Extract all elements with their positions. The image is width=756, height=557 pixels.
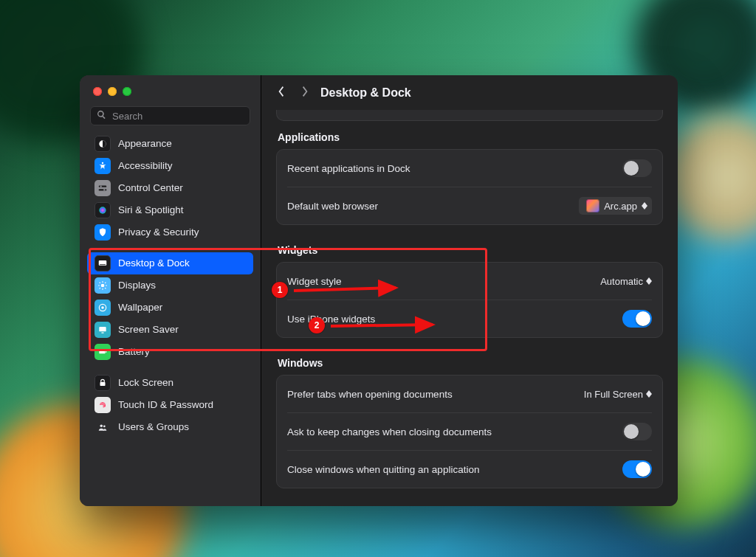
svg-point-26 (103, 425, 106, 427)
wallpaper-icon (94, 300, 111, 316)
sidebar-item-control-center[interactable]: Control Center (87, 177, 253, 199)
sidebar-item-touch-id-password[interactable]: Touch ID & Password (87, 394, 253, 416)
displays-icon (94, 277, 111, 294)
window-controls (80, 75, 261, 103)
svg-rect-24 (100, 382, 106, 386)
svg-rect-3 (99, 189, 107, 190)
sidebar-item-label: Desktop & Dock (118, 258, 190, 269)
widget-style-popup[interactable]: Automatic (600, 276, 652, 287)
use-iphone-widgets-toggle[interactable] (622, 310, 652, 328)
row-label: Ask to keep changes when closing documen… (287, 426, 615, 437)
sidebar-item-users-groups[interactable]: Users & Groups (87, 416, 253, 438)
sidebar-item-label: Control Center (118, 183, 183, 193)
search-field[interactable] (90, 106, 250, 125)
chevron-updown-icon (642, 202, 647, 210)
titlebar: Desktop & Dock (261, 75, 678, 107)
popup-value: In Full Screen (584, 389, 643, 400)
svg-point-25 (100, 425, 103, 428)
windows-group: Prefer tabs when opening documents In Fu… (276, 375, 663, 488)
close-window-button[interactable] (93, 87, 102, 96)
row-close-windows-quit: Close windows when quitting an applicati… (287, 450, 652, 488)
privacy-icon (94, 224, 111, 241)
chevron-updown-icon (646, 277, 652, 285)
fullscreen-window-button[interactable] (123, 87, 131, 96)
applications-group: Recent applications in Dock Default web … (276, 149, 663, 225)
sidebar-item-label: Siri & Spotlight (118, 205, 184, 215)
svg-rect-20 (99, 327, 106, 331)
sidebar-item-label: Lock Screen (118, 378, 173, 388)
row-widget-style: Widget style Automatic (287, 263, 652, 300)
lock-screen-icon (94, 375, 111, 391)
sidebar-item-label: Appearance (118, 139, 172, 149)
sidebar-item-wallpaper[interactable]: Wallpaper (87, 297, 253, 319)
row-prefer-tabs: Prefer tabs when opening documents In Fu… (287, 376, 652, 412)
svg-line-15 (105, 288, 106, 288)
search-icon (97, 110, 111, 122)
search-input[interactable] (111, 110, 244, 122)
sidebar-item-desktop-dock[interactable]: Desktop & Dock (87, 252, 253, 274)
desktop-dock-icon (94, 255, 111, 271)
partial-group-above (276, 110, 663, 121)
sidebar-item-label: Wallpaper (118, 302, 162, 313)
siri-icon (94, 202, 111, 218)
sidebar-item-label: Displays (118, 280, 156, 291)
svg-point-4 (100, 186, 102, 187)
settings-content: Desktop & Dock Applications Recent appli… (261, 75, 678, 506)
nav-back-button[interactable] (276, 86, 286, 100)
svg-point-6 (99, 207, 106, 213)
svg-rect-23 (106, 351, 106, 353)
accessibility-icon (94, 158, 111, 174)
control-center-icon (94, 180, 111, 196)
popup-value: Arc.app (604, 201, 637, 212)
row-label: Widget style (287, 276, 593, 287)
row-label: Prefer tabs when opening documents (287, 389, 577, 400)
popup-value: Automatic (600, 276, 643, 287)
minimize-window-button[interactable] (108, 87, 117, 96)
svg-line-14 (100, 283, 100, 283)
chevron-updown-icon (646, 390, 652, 398)
row-recent-apps: Recent applications in Dock (287, 150, 652, 187)
sidebar-item-displays[interactable]: Displays (87, 274, 253, 297)
sidebar: Appearance Accessibility Control Center (80, 75, 261, 506)
sidebar-item-accessibility[interactable]: Accessibility (87, 155, 253, 177)
battery-icon (94, 344, 111, 360)
sidebar-item-appearance[interactable]: Appearance (87, 133, 253, 155)
sidebar-item-label: Screen Saver (118, 325, 179, 335)
row-label: Use iPhone widgets (287, 314, 615, 325)
sidebar-item-privacy-security[interactable]: Privacy & Security (87, 221, 253, 243)
row-label: Close windows when quitting an applicati… (287, 464, 615, 475)
row-label: Recent applications in Dock (287, 163, 615, 174)
sidebar-item-label: Users & Groups (118, 422, 189, 432)
svg-line-17 (105, 283, 106, 283)
screen-saver-icon (94, 322, 111, 338)
users-groups-icon (94, 419, 111, 435)
sidebar-item-label: Touch ID & Password (118, 400, 213, 410)
default-browser-popup[interactable]: Arc.app (579, 197, 652, 215)
section-heading-widgets: Widgets (278, 244, 662, 256)
sidebar-item-label: Accessibility (118, 161, 173, 171)
close-windows-quit-toggle[interactable] (622, 460, 652, 478)
nav-forward-button[interactable] (300, 86, 310, 100)
row-default-browser: Default web browser Arc.app (287, 187, 652, 224)
page-title: Desktop & Dock (320, 86, 411, 100)
svg-line-16 (100, 288, 100, 288)
prefer-tabs-popup[interactable]: In Full Screen (584, 389, 652, 400)
ask-keep-changes-toggle[interactable] (622, 423, 652, 440)
svg-point-5 (103, 189, 105, 190)
section-heading-applications: Applications (278, 131, 662, 143)
sidebar-item-battery[interactable]: Battery (87, 341, 253, 363)
recent-apps-toggle[interactable] (622, 159, 652, 177)
sidebar-item-label: Battery (118, 347, 150, 357)
svg-rect-8 (100, 264, 106, 265)
sidebar-item-screen-saver[interactable]: Screen Saver (87, 319, 253, 341)
row-ask-keep-changes: Ask to keep changes when closing documen… (287, 412, 652, 450)
sidebar-item-label: Privacy & Security (118, 227, 199, 238)
sidebar-item-siri-spotlight[interactable]: Siri & Spotlight (87, 199, 253, 221)
sidebar-item-lock-screen[interactable]: Lock Screen (87, 372, 253, 394)
svg-point-9 (101, 284, 105, 288)
arc-app-icon (586, 199, 599, 212)
widgets-group: Widget style Automatic Use iPhone widget… (276, 262, 663, 338)
row-use-iphone-widgets: Use iPhone widgets (287, 300, 652, 337)
svg-point-19 (101, 306, 104, 309)
svg-rect-22 (99, 350, 105, 354)
